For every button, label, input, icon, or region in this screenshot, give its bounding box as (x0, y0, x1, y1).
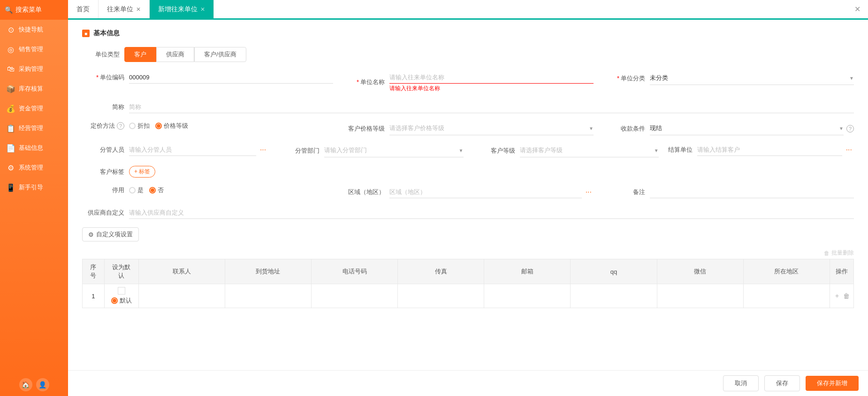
disable-radio-no[interactable]: 否 (149, 186, 164, 194)
user-bottom-icon[interactable]: 👤 (36, 378, 49, 391)
cell-wechat[interactable] (657, 284, 743, 308)
cell-contact[interactable] (138, 284, 225, 308)
manager-input[interactable] (129, 144, 256, 156)
sidebar-bottom: 🏠 👤 (0, 373, 68, 396)
email-input[interactable] (488, 293, 566, 300)
unit-code-input[interactable] (129, 71, 333, 84)
region-row-input[interactable] (747, 293, 826, 300)
finance-icon: 💰 (7, 104, 15, 113)
type-btn-both[interactable]: 客户/供应商 (194, 47, 246, 62)
customer-price-level-select[interactable]: 请选择客户价格等级 ▼ (389, 122, 594, 135)
col-wechat: 微信 (657, 259, 743, 284)
contact-input[interactable] (143, 293, 221, 300)
action-icons: ＋ 🗑 (834, 292, 850, 300)
table-row: 1 默认 (83, 284, 854, 308)
payment-terms-value: 现结 ▼ ? (650, 122, 854, 135)
fax-input[interactable] (402, 293, 480, 300)
unit-category-select[interactable]: 未分类 ▼ (650, 71, 854, 85)
tab-new-counterparty-close[interactable]: ✕ (200, 6, 205, 13)
save-button[interactable]: 保存 (764, 375, 800, 391)
payment-terms-text: 现结 (650, 124, 839, 132)
payment-terms-help-icon[interactable]: ? (846, 125, 854, 132)
form-row-tag: 客户标签 + 标签 (82, 166, 854, 178)
pricing-radio-group: 折扣 价格等级 (129, 122, 333, 130)
pricing-radio-price-level[interactable]: 价格等级 (155, 122, 188, 130)
phone-input[interactable] (315, 293, 394, 300)
cell-email[interactable] (484, 284, 571, 308)
cancel-button[interactable]: 取消 (723, 375, 759, 391)
sidebar-item-purchase[interactable]: 🛍 采购管理 (0, 59, 68, 79)
search-menu[interactable]: 🔍 搜索菜单 (0, 0, 68, 20)
tab-bar-close-all[interactable]: ✕ (847, 0, 868, 18)
save-new-button[interactable]: 保存并新增 (806, 376, 859, 391)
settlement-unit-dots-btn[interactable]: ··· (844, 146, 854, 154)
cell-fax[interactable] (398, 284, 484, 308)
tab-home[interactable]: 首页 (68, 0, 99, 18)
default-radio[interactable]: 默认 (111, 296, 132, 305)
tab-counterparty[interactable]: 往来单位 ✕ (99, 0, 150, 18)
sidebar-item-quick-nav[interactable]: ⊙ 快捷导航 (0, 20, 68, 39)
supplier-custom-label: 供应商自定义 (82, 209, 129, 217)
pricing-method-label: 定价方法 ? (82, 122, 129, 130)
col-action: 操作 (830, 259, 853, 284)
supplier-custom-value (129, 207, 854, 219)
cell-address[interactable] (225, 284, 311, 308)
disable-label: 停用 (82, 186, 129, 194)
abbr-field: 简称 (82, 101, 854, 113)
pricing-radio-discount[interactable]: 折扣 (129, 122, 150, 130)
sidebar-item-finance[interactable]: 💰 资金管理 (0, 99, 68, 118)
unit-name-input[interactable] (389, 71, 594, 84)
cell-default: 默认 (104, 284, 138, 308)
remark-input[interactable] (650, 186, 854, 198)
settlement-unit-input[interactable] (697, 144, 842, 156)
pricing-method-value: 折扣 价格等级 (129, 122, 333, 130)
address-input[interactable] (229, 293, 307, 300)
unit-code-label: 单位编码 (82, 73, 129, 82)
inventory-icon: 📦 (7, 85, 15, 93)
pricing-help-icon[interactable]: ? (117, 122, 124, 130)
payment-terms-field: 收款条件 现结 ▼ ? (603, 122, 854, 135)
customer-price-level-arrow-icon: ▼ (589, 126, 594, 131)
col-fax: 传真 (398, 259, 484, 284)
manager-dots-btn[interactable]: ··· (258, 146, 268, 154)
wechat-input[interactable] (661, 293, 739, 300)
abbr-input[interactable] (129, 101, 854, 113)
qq-input[interactable] (574, 293, 653, 300)
sidebar-item-operation[interactable]: 📋 经营管理 (0, 118, 68, 138)
sidebar-item-sales[interactable]: ◎ 销售管理 (0, 39, 68, 59)
type-btn-customer[interactable]: 客户 (124, 47, 156, 62)
cell-phone[interactable] (312, 284, 398, 308)
supplier-custom-input[interactable] (129, 207, 854, 219)
pricing-discount-circle (129, 123, 136, 129)
sidebar-item-inventory[interactable]: 📦 库存核算 (0, 79, 68, 99)
contacts-table: 序号 设为默认 联系人 到货地址 电话号码 传真 邮箱 qq 微信 所在地区 操… (82, 259, 854, 308)
customer-level-select[interactable]: 请选择客户等级 ▼ (520, 144, 659, 157)
tab-new-counterparty[interactable]: 新增往来单位 ✕ (150, 0, 214, 18)
delete-row-icon[interactable]: 🗑 (843, 292, 850, 300)
region-input[interactable] (389, 186, 582, 198)
cell-qq[interactable] (571, 284, 657, 308)
dept-select[interactable]: 请输入分管部门 ▼ (324, 144, 463, 157)
region-dots-btn[interactable]: ··· (584, 188, 594, 196)
tab-counterparty-close[interactable]: ✕ (136, 6, 141, 13)
unit-category-label: 单位分类 (603, 74, 650, 83)
home-bottom-icon[interactable]: 🏠 (19, 378, 32, 391)
sidebar-item-system[interactable]: ⚙ 系统管理 (0, 158, 68, 178)
dept-select-text: 请输入分管部门 (324, 146, 458, 155)
abbr-value (129, 101, 854, 113)
cell-region[interactable] (743, 284, 830, 308)
add-row-icon[interactable]: ＋ (834, 292, 840, 300)
disable-radio-yes[interactable]: 是 (129, 186, 144, 194)
custom-setting-btn[interactable]: ⚙ 自定义项设置 (82, 227, 139, 241)
payment-terms-select[interactable]: 现结 ▼ (650, 122, 844, 135)
customer-tag-btn[interactable]: + 标签 (129, 166, 155, 178)
col-qq: qq (571, 259, 657, 284)
sidebar-item-guide[interactable]: 📱 新手引导 (0, 178, 68, 197)
search-icon: 🔍 (5, 6, 13, 14)
sidebar: 🔍 搜索菜单 ⊙ 快捷导航 ◎ 销售管理 🛍 采购管理 📦 库存核算 💰 资金管… (0, 0, 68, 396)
type-btn-supplier[interactable]: 供应商 (156, 47, 194, 62)
unit-name-value: 请输入往来单位名称 (389, 71, 594, 93)
sidebar-item-basic-info[interactable]: 📄 基础信息 (0, 138, 68, 158)
row-checkbox[interactable] (118, 287, 125, 295)
customer-tag-label: 客户标签 (82, 168, 129, 176)
